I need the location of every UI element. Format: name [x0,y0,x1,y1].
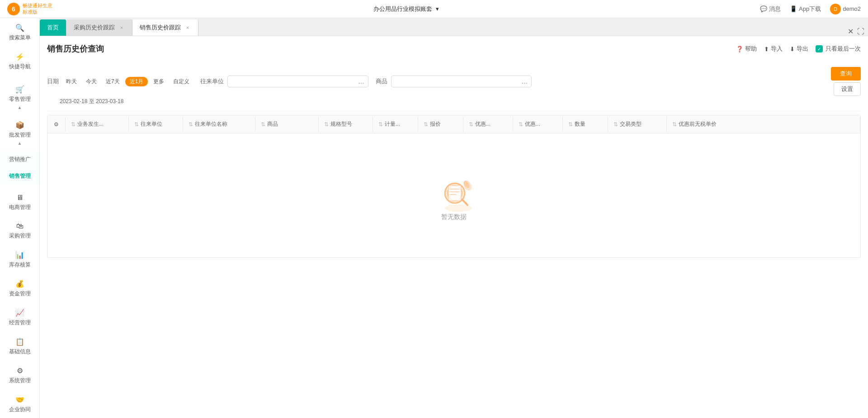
last-once-checkbox[interactable]: ✓ [816,45,823,52]
sidebar-item-label: 库存核算 [9,261,31,269]
sidebar-item-ops[interactable]: 📈 经营管理 [0,303,39,332]
close-all-btn[interactable]: ✕ [848,27,854,36]
date-btn-custom[interactable]: 自定义 [170,77,193,86]
th-quoted-price[interactable]: ⇅ 报价 [418,117,463,132]
sidebar-item-basic-info[interactable]: 📋 基础信息 [0,332,39,361]
search-icon: 🔍 [15,24,24,32]
tab-sales-history[interactable]: 销售历史价跟踪 × [132,19,198,36]
tab-purchase-history[interactable]: 采购历史价跟踪 × [66,19,132,36]
sidebar-item-wholesale-mgmt[interactable]: 📦 批发管理 ▲ [0,115,39,151]
logo-icon: 6 [7,3,20,15]
inventory-icon: 📊 [15,251,24,259]
sidebar-item-label: 资金管理 [9,290,31,298]
sort-icon: ⇅ [568,121,573,128]
maximize-btn[interactable]: ⛶ [857,28,864,36]
th-product[interactable]: ⇅ 商品 [255,117,319,132]
date-btn-today[interactable]: 今天 [82,77,100,86]
sidebar-item-purchase[interactable]: 🛍 采购管理 [0,217,39,245]
logo-area: 6 畅捷通好生意 标准版 [7,3,52,15]
date-btn-1month[interactable]: 近1月 [125,77,148,86]
help-icon: ❓ [736,46,743,52]
tab-close-purchase[interactable]: × [118,24,125,31]
top-bar-left: 6 畅捷通好生意 标准版 [7,3,52,15]
sort-icon: ⇅ [324,121,329,128]
filter-action-btns: 查询 设置 [831,67,861,96]
th-discount1[interactable]: ⇅ 优惠... [463,117,513,132]
date-label: 日期 [47,77,59,86]
tab-home[interactable]: 首页 [40,19,66,36]
import-icon: ⬆ [764,46,769,52]
source-unit-input-wrapper[interactable]: ... [227,76,368,87]
page-content: 销售历史价查询 ❓ 帮助 ⬆ 导入 ⬇ 导出 ✓ [40,36,868,418]
help-btn[interactable]: ❓ 帮助 [736,45,757,53]
date-btn-yesterday[interactable]: 昨天 [62,77,80,86]
th-trade-type[interactable]: ⇅ 交易类型 [608,117,667,132]
sidebar-item-system[interactable]: ⚙ 系统管理 [0,361,39,390]
th-spec[interactable]: ⇅ 规格型号 [319,117,373,132]
th-business-date[interactable]: ⇅ 业务发生... [66,117,129,132]
table-container: ⚙ ⇅ 业务发生... ⇅ 往来单位 ⇅ 往来单位名称 [47,115,861,258]
retail-icon: 🛒 [15,85,24,94]
th-unit-measure[interactable]: ⇅ 计量... [373,117,418,132]
svg-rect-4 [448,185,461,201]
purchase-history-label: 采购历史价跟踪 [74,24,115,32]
sidebar-item-label: 系统管理 [9,377,31,385]
sidebar-item-label: 快捷导航 [9,63,31,71]
sidebar-item-finance[interactable]: 💰 资金管理 [0,274,39,303]
sort-icon: ⇅ [613,121,618,128]
product-dots[interactable]: ... [522,77,528,86]
th-quantity[interactable]: ⇅ 数量 [563,117,608,132]
finance-icon: 💰 [15,280,24,288]
tab-close-sales[interactable]: × [184,24,191,31]
sidebar-item-enterprise-collab[interactable]: 🤝 企业协同 [0,390,39,418]
filter-area: 日期 昨天 今天 近7天 近1月 更多 自定义 往来单位 [47,62,861,111]
product-input[interactable] [395,78,522,85]
app-download-btn[interactable]: 📱 App下载 [790,5,821,13]
page-actions: ❓ 帮助 ⬆ 导入 ⬇ 导出 ✓ 只看最后一次 [736,45,861,53]
chevron-down-icon: ▾ [436,5,439,12]
user-menu[interactable]: D demo2 [830,4,861,14]
sidebar-item-retail-mgmt[interactable]: 🛒 零售管理 ▲ [0,80,39,115]
sort-icon: ⇅ [134,121,139,128]
query-button[interactable]: 查询 [831,67,861,81]
sidebar-item-label: 电商管理 [9,204,31,211]
source-unit-input[interactable] [231,78,358,85]
arrow-icon: ▲ [18,105,22,110]
message-btn[interactable]: 💬 消息 [760,5,781,13]
table-header: ⚙ ⇅ 业务发生... ⇅ 往来单位 ⇅ 往来单位名称 [47,115,860,133]
company-selector[interactable]: 办公用品行业模拟账套 ▾ [373,5,439,13]
th-unit-code[interactable]: ⇅ 往来单位 [129,117,183,132]
sort-icon: ⇅ [71,121,75,128]
sidebar-item-quick-nav[interactable]: ⚡ 快捷导航 [0,47,39,76]
product-filter: 商品 ... [376,76,532,87]
wholesale-icon: 📦 [15,121,24,129]
date-btn-more[interactable]: 更多 [150,77,168,86]
sidebar-item-label: 经营管理 [9,319,31,327]
export-btn[interactable]: ⬇ 导出 [790,45,808,53]
arrow-icon: ▲ [18,141,22,146]
date-btn-7days[interactable]: 近7天 [102,77,123,86]
sidebar-sub-item-sales-mgmt[interactable]: 销售管理 [0,168,39,185]
th-final-price[interactable]: ⇅ 优惠前无税单价 [667,117,860,132]
product-input-wrapper[interactable]: ... [391,76,532,87]
th-settings[interactable]: ⚙ [47,118,66,131]
import-btn[interactable]: ⬆ 导入 [764,45,783,53]
source-unit-dots[interactable]: ... [358,77,364,86]
sort-icon: ⇅ [378,121,383,128]
source-unit-label: 往来单位 [200,77,224,86]
sidebar-item-label: 批发管理 [9,131,31,139]
home-label: 首页 [47,24,59,32]
last-once-area[interactable]: ✓ 只看最后一次 [816,45,861,53]
sidebar-item-inventory[interactable]: 📊 库存核算 [0,245,39,274]
basic-info-icon: 📋 [15,337,24,346]
sidebar-item-search-menu[interactable]: 🔍 搜索菜单 [0,18,39,47]
settings-icon: ⚙ [54,121,59,128]
sidebar-sub-item-marketing[interactable]: 营销推广 [0,151,39,168]
sidebar-item-ecommerce[interactable]: 🖥 电商管理 [0,188,39,217]
message-icon: 💬 [760,5,767,12]
date-range-btns: 昨天 今天 近7天 近1月 更多 自定义 [62,77,193,86]
th-unit-name[interactable]: ⇅ 往来单位名称 [183,117,255,132]
th-discount2[interactable]: ⇅ 优惠... [513,117,563,132]
settings-button[interactable]: 设置 [834,82,861,96]
main-layout: 🔍 搜索菜单 ⚡ 快捷导航 🛒 零售管理 ▲ 📦 批发管理 ▲ 营销推广 销售管… [0,18,868,418]
